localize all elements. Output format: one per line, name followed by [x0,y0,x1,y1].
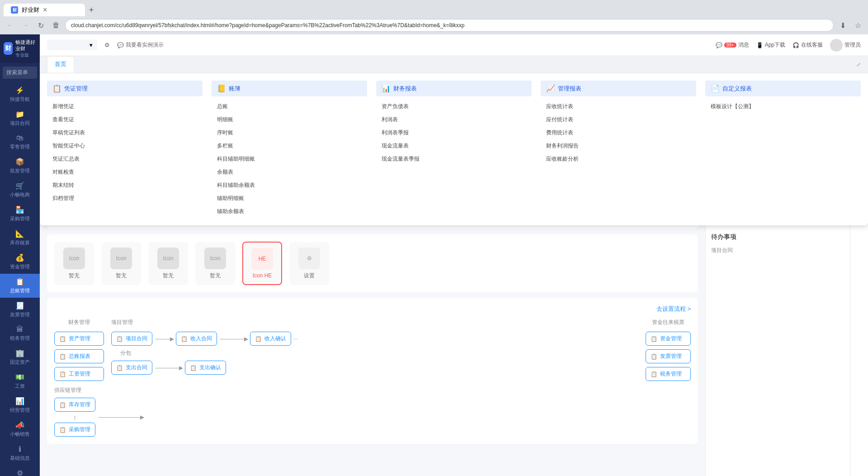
sidebar-item-tax[interactable]: 🏛 税务管理 [0,322,40,345]
online-service-button[interactable]: 🎧 在线客服 [793,41,823,49]
voucher-title-text: 凭证管理 [64,85,88,93]
nav-item-new-voucher[interactable]: 新增凭证 [47,100,203,113]
revenue-confirm-icon: 📋 [255,336,262,342]
nav-item-reconcile[interactable]: 对账检查 [47,166,203,179]
wf-invoice-mgmt[interactable]: 📋 发票管理 [646,349,691,363]
wf-expense-confirm[interactable]: 📋 支出确认 [185,361,226,375]
wf-project-contract[interactable]: 📋 项目合同 [111,332,152,346]
sidebar-item-label: 采购管理 [10,215,30,222]
nav-item-view-voucher[interactable]: 查看凭证 [47,113,203,126]
back-button[interactable]: ← [4,19,16,32]
delete-button[interactable]: 🗑 [50,19,62,32]
nav-item-cashflow-quarterly[interactable]: 现金流量表季报 [376,152,532,166]
nav-item-finance-profit[interactable]: 财务利润报告 [541,139,696,152]
sidebar-item-wholesale[interactable]: 📦 批发管理 [0,154,40,178]
nav-item-cashflow[interactable]: 现金流量表 [376,139,532,152]
nav-item-smart-voucher[interactable]: 智能凭证中心 [47,139,203,152]
user-name: 管理员 [844,41,861,49]
wf-purchase-mgmt[interactable]: 📋 采购管理 [54,423,95,437]
wf-total-ledger[interactable]: 📋 总账报表 [54,349,104,363]
refresh-button[interactable]: ↻ [34,19,47,32]
nav-item-balance-sheet[interactable]: 资产负债表 [376,100,532,113]
nav-item-draft-voucher[interactable]: 草稿凭证列表 [47,126,203,139]
nav-item-detail-ledger[interactable]: 明细账 [212,113,367,126]
nav-item-aux-balance[interactable]: 辅助余额表 [212,205,367,218]
nav-item-period-end[interactable]: 期末结转 [47,179,203,192]
nav-item-subject-aux-detail[interactable]: 科目辅助明细账 [212,152,367,166]
nav-item-archive[interactable]: 归档管理 [47,192,203,205]
nav-item-aux-detail[interactable]: 辅助明细账 [212,192,367,205]
sidebar-item-fixed-assets[interactable]: 🏢 固定资产 [0,345,40,369]
tab-home[interactable]: 首页 [47,56,74,73]
nav-item-sequence-ledger[interactable]: 序时账 [212,126,367,139]
search-menu-button[interactable]: 搜索菜单 [3,67,37,79]
forward-button[interactable]: → [19,19,32,32]
icon-card-label-4: 暂无 [210,272,221,280]
workflow-header: 去设置流程 > [54,305,691,313]
user-menu[interactable]: 管理员 [830,39,861,52]
sidebar-item-label: 快捷导航 [10,96,30,103]
nav-item-payable-stats[interactable]: 应付统计表 [541,113,696,126]
sidebar-item-basic-info[interactable]: ℹ 基础信息 [0,441,40,465]
sidebar-item-purchase[interactable]: 🏪 采购管理 [0,202,40,226]
download-button[interactable]: ⬇ [836,19,849,32]
sidebar-item-project-contract[interactable]: 📁 项目合同 [0,106,40,130]
sidebar-item-inventory[interactable]: 📐 库存核算 [0,226,40,250]
sidebar-item-quick-nav[interactable]: ⚡ 快捷导航 [0,82,40,106]
sidebar-item-retail[interactable]: 🛍 零售管理 [0,130,40,154]
message-button[interactable]: 💬 99+ 消息 [716,41,749,49]
nav-item-receivable-stats[interactable]: 应收统计表 [541,100,696,113]
sidebar-item-finance[interactable]: 💰 资金管理 [0,250,40,274]
icon-card-4[interactable]: Icon 暂无 [195,242,235,285]
sidebar-item-invoice[interactable]: 🧾 发票管理 [0,298,40,322]
sidebar-item-payroll[interactable]: 💵 工资 [0,369,40,393]
icon-card-settings[interactable]: ⚙ 设置 [289,242,329,285]
topbar-settings-button[interactable]: ⚙ [101,39,113,52]
main-content: ▾ ⚙ 💬 我要看实例演示 💬 99+ 消息 📱 App下载 [40,34,868,476]
sidebar-item-label: 基础信息 [10,455,30,462]
finance-report-title: 财务报表 [393,85,417,93]
wf-fund-mgmt[interactable]: 📋 资金管理 [646,332,691,346]
icon-card-2[interactable]: Icon 暂无 [101,242,141,285]
nav-item-multi-column[interactable]: 多栏账 [212,139,367,152]
sidebar-item-system[interactable]: ⚙ 系统管理 [0,465,40,476]
icon-card-1[interactable]: Icon 暂无 [54,242,94,285]
nav-item-template-design[interactable]: 模板设计【公测】 [705,100,861,113]
url-bar[interactable]: cloud.chanjet.com/cc/u6d89qwnryel/57bfsk… [65,19,834,32]
icon-card-3[interactable]: Icon 暂无 [148,242,188,285]
nav-item-subject-aux-balance[interactable]: 科目辅助余额表 [212,179,367,192]
icon-card-icon-2: Icon [110,248,132,269]
wf-arrow-2: - - - - - - - - - - - - - - - - ▶ [220,336,247,342]
wf-asset-mgmt[interactable]: 📋 资产管理 [54,332,104,346]
nav-item-ar-aging[interactable]: 应收账龄分析 [541,152,696,166]
nav-item-general-ledger[interactable]: 总账 [212,100,367,113]
browser-tab-close[interactable]: × [43,6,47,14]
demo-button[interactable]: 💬 我要看实例演示 [117,41,164,49]
nav-item-voucher-summary[interactable]: 凭证汇总表 [47,152,203,166]
new-tab-button[interactable]: + [85,4,98,16]
browser-tab-title: 好业财 [22,6,39,14]
wf-tax-mgmt[interactable]: 📋 税务管理 [646,367,691,381]
star-button[interactable]: ☆ [852,19,864,32]
nav-item-income-stmt[interactable]: 利润表 [376,113,532,126]
app-download-button[interactable]: 📱 App下载 [756,41,785,49]
browser-tab-active[interactable]: 财 好业财 × [4,4,85,16]
company-selector[interactable]: ▾ [47,40,97,50]
setup-flow-link[interactable]: 去设置流程 > [656,305,691,313]
wf-payroll-mgmt[interactable]: 📋 工资管理 [54,367,104,381]
wf-revenue-confirm[interactable]: 📋 收入确认 [250,332,291,346]
nav-item-balance-table[interactable]: 余额表 [212,166,367,179]
project-contract-wf-icon: 📋 [116,336,123,342]
nav-item-expense-stats[interactable]: 费用统计表 [541,126,696,139]
fullscreen-button[interactable]: ⤢ [856,62,861,68]
accounting-icon: 📋 [15,277,24,286]
nav-item-income-quarterly[interactable]: 利润表季报 [376,126,532,139]
sidebar-item-operations[interactable]: 📊 经营管理 [0,393,40,417]
wf-expense-contract[interactable]: 📋 支出合同 [111,361,152,375]
sidebar-item-accounting[interactable]: 📋 总账管理 [0,274,40,298]
sidebar-item-marketing[interactable]: 📣 小畅销售 [0,417,40,441]
wf-revenue-contract[interactable]: 📋 收入合同 [176,332,217,346]
sidebar-item-ecommerce[interactable]: 🛒 小畅电商 [0,178,40,202]
wf-inventory-mgmt[interactable]: 📋 库存管理 [54,398,95,412]
icon-card-he[interactable]: HE Icon HE [242,242,282,285]
